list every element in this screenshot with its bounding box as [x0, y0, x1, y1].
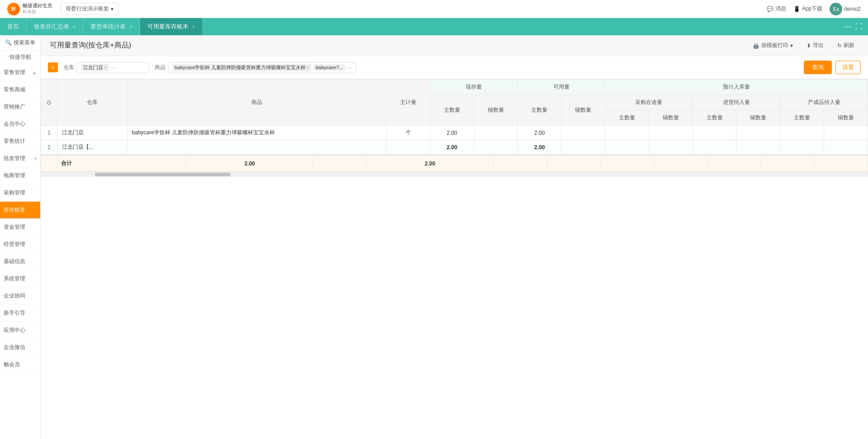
tab-receipt-summary-close[interactable]: × [73, 24, 75, 29]
nav-actions: — ⛶ [839, 18, 868, 35]
sidebar-item-finance-mgmt[interactable]: 资金管理 [0, 219, 40, 236]
export-icon: ⬇ [807, 42, 811, 49]
retail-stats-label: 零售统计 [4, 137, 25, 145]
td-warehouse: 江北门店【... [57, 140, 127, 155]
td-incoming-main [693, 126, 736, 140]
ecommerce-mgmt-label: 电商管理 [4, 172, 25, 179]
tab-home[interactable]: 首页 [0, 18, 27, 35]
table-row: 1 江北门店 babycare学饮杯 儿童防摔防撞吸管杯重力球吸嘴杯宝宝水杯 个… [41, 126, 868, 140]
tab-order-stats-close[interactable]: × [129, 24, 132, 29]
td-production-main [780, 140, 824, 155]
user-area[interactable]: Ea demo2 [830, 3, 861, 15]
refresh-icon: ↻ [837, 42, 842, 49]
industry-selector[interactable]: 母婴行业演示账套 ▾ [61, 3, 118, 15]
warehouse-more-icon[interactable]: ··· [111, 64, 116, 71]
tab-order-stats[interactable]: 要货单统计表 × [83, 18, 140, 35]
product-tag-1-close[interactable]: × [307, 65, 309, 70]
product-more-icon[interactable]: ··· [347, 64, 353, 71]
sidebar-quick-nav[interactable]: 快捷导航 [0, 51, 40, 64]
download-icon: 📱 [793, 6, 800, 12]
td-current-aux [474, 140, 518, 155]
sidebar-item-enterprise-wechat[interactable]: 企业微信 [0, 339, 40, 356]
operations-mgmt-label: 经营管理 [4, 241, 25, 248]
chevron-down-icon: ▾ [34, 156, 37, 161]
sidebar-item-new-guide[interactable]: 新手引导 [0, 305, 40, 322]
sidebar-item-app-center[interactable]: 应用中心 [0, 322, 40, 339]
sidebar-item-operations-mgmt[interactable]: 经营管理 [0, 236, 40, 253]
logo-area: 好 畅捷通好生意 标准版 [7, 3, 52, 15]
th-purchase-transit-main: 主数量 [605, 110, 649, 126]
refresh-button[interactable]: ↻ 刷新 [833, 40, 859, 51]
nav-minimize-icon[interactable]: — [844, 23, 852, 31]
app-download-button[interactable]: 📱 App下载 [793, 5, 822, 13]
sidebar-item-member-center[interactable]: 会员中心 [0, 116, 40, 133]
product-input[interactable]: babycare学饮杯 儿童防摔防撞吸管杯重力球吸嘴杯宝宝水杯 × babyca… [168, 62, 356, 73]
th-current-main: 主数量 [430, 95, 474, 126]
td-available-aux [561, 140, 605, 155]
page-actions: 🖨️ 按模板打印 ▾ ⬇ 导出 ↻ 刷新 [748, 40, 859, 51]
sidebar-item-basic-info[interactable]: 基础信息 [0, 253, 40, 270]
query-button[interactable]: 查询 [804, 61, 832, 74]
filter-area: » 仓库 江北门店 × ··· 商品 babycare学饮杯 儿童防摔防撞吸管杯… [41, 56, 868, 79]
th-purchase-transit: 采购在途量 [605, 95, 693, 110]
sidebar-item-retail-mgmt[interactable]: 零售管理 ▲ [0, 64, 40, 81]
sidebar-search[interactable]: 🔍 搜索菜单 [0, 35, 40, 51]
avatar: Ea [830, 3, 842, 15]
td-incoming-aux [736, 140, 780, 155]
sidebar-item-wholesale-mgmt[interactable]: 批发管理 ▾ [0, 150, 40, 167]
logo-icon: 好 [7, 3, 20, 15]
sidebar-item-system-mgmt[interactable]: 系统管理 [0, 270, 40, 288]
tab-receipt-summary[interactable]: 收发存汇总表 × [27, 18, 83, 35]
td-current-main: 2.00 [430, 126, 474, 140]
product-tag-2: babycare?... [313, 64, 345, 71]
filter-expand-button[interactable]: » [48, 62, 58, 72]
warehouse-tag: 江北门店 × [81, 64, 109, 71]
member-center-label: 会员中心 [4, 120, 25, 128]
th-production-pending: 产成品待入量 [780, 95, 868, 110]
sidebar-item-marketing[interactable]: 营销推广 [0, 99, 40, 116]
th-estimated-in: 预计入库量 [605, 80, 868, 95]
tab-available-stock-close[interactable]: × [192, 24, 195, 29]
settings-button[interactable]: 设置 [835, 61, 861, 74]
message-button[interactable]: 💬 消息 [767, 5, 786, 13]
sidebar-item-inventory-check[interactable]: 库存核算 [0, 202, 40, 219]
td-unit [387, 140, 430, 155]
warehouse-tag-close[interactable]: × [104, 65, 107, 70]
template-print-button[interactable]: 🖨️ 按模板打印 ▾ [748, 40, 797, 51]
th-product: 商品 [127, 80, 387, 126]
sidebar-item-retail-mall[interactable]: 零售商城 [0, 81, 40, 99]
th-current-stock: 现存量 [430, 80, 518, 95]
data-table: ⚙ 仓库 商品 主计量 现存量 可用量 预计入库量 主数量 辅数量 主数量 辅数… [41, 79, 868, 155]
logo-sub: 标准版 [23, 9, 52, 15]
header-right: 💬 消息 📱 App下载 Ea demo2 [767, 3, 861, 15]
sidebar-item-ecommerce-mgmt[interactable]: 电商管理 [0, 167, 40, 184]
username: demo2 [844, 6, 861, 12]
warehouse-input[interactable]: 江北门店 × ··· [77, 62, 149, 73]
gear-icon[interactable]: ⚙ [46, 99, 52, 106]
sidebar-item-vip-member[interactable]: 畅会员 [0, 356, 40, 373]
td-unit: 个 [387, 126, 430, 140]
wholesale-mgmt-label: 批发管理 [4, 155, 25, 162]
sidebar-item-retail-stats[interactable]: 零售统计 [0, 133, 40, 150]
th-warehouse: 仓库 [57, 80, 127, 126]
chevron-up-icon: ▲ [32, 70, 37, 75]
th-incoming-pending: 进货待入量 [693, 95, 780, 110]
logo-text: 畅捷通好生意 [23, 3, 52, 9]
retail-mall-label: 零售商城 [4, 86, 25, 94]
nav-maximize-icon[interactable]: ⛶ [855, 23, 863, 31]
export-label: 导出 [813, 42, 824, 49]
sidebar-item-enterprise-collab[interactable]: 企业协同 [0, 288, 40, 305]
tab-available-stock[interactable]: 可用量库存账本 × [140, 18, 203, 35]
horizontal-scrollbar[interactable] [41, 171, 868, 177]
tab-home-label: 首页 [7, 23, 19, 31]
scrollbar-thumb[interactable] [95, 173, 231, 176]
export-button[interactable]: ⬇ 导出 [802, 40, 828, 51]
sidebar-item-purchase-mgmt[interactable]: 采购管理 [0, 184, 40, 202]
marketing-label: 营销推广 [4, 103, 25, 111]
search-icon: 🔍 [5, 39, 12, 46]
finance-mgmt-label: 资金管理 [4, 223, 25, 231]
product-tag-1: babycare学饮杯 儿童防摔防撞吸管杯重力球吸嘴杯宝宝水杯 × [172, 64, 311, 71]
td-purchase-transit-aux [649, 140, 693, 155]
product-tag-2-value: babycare?... [316, 65, 343, 70]
inventory-check-label: 库存核算 [4, 206, 25, 214]
